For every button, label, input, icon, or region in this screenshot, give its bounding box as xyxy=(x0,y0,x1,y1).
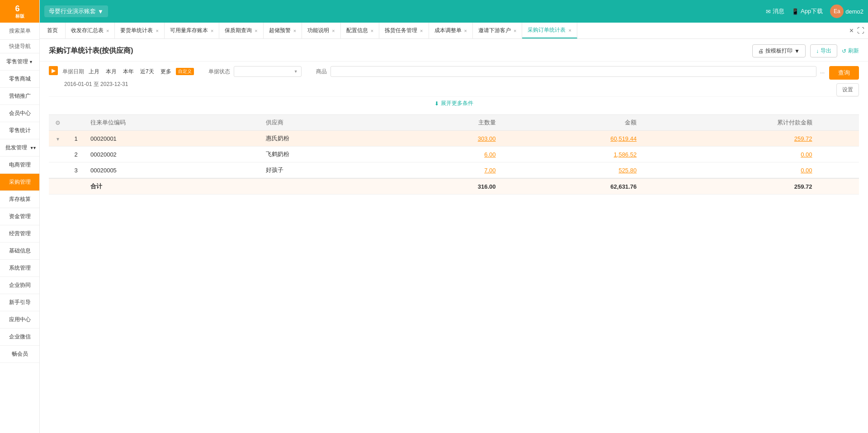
date-filter-label: 单据日期 xyxy=(62,68,84,76)
sidebar-item-basic[interactable]: 基础信息 xyxy=(0,243,39,260)
tab-overstock-warning[interactable]: 超储预警 × xyxy=(264,23,302,38)
row-extra-cell xyxy=(818,162,859,179)
tab-close-icon[interactable]: × xyxy=(255,28,257,33)
tab-shelf-query[interactable]: 保质期查询 × xyxy=(219,23,263,38)
tab-func-desc[interactable]: 功能说明 × xyxy=(302,23,340,38)
tab-home[interactable]: 首页 xyxy=(40,23,66,38)
tab-invite-downstream[interactable]: 邀请下游客户 × xyxy=(473,23,522,38)
sidebar-search-section[interactable]: 搜索菜单 xyxy=(0,23,39,40)
tab-purchase-order-stat[interactable]: 采购订单统计表 × xyxy=(522,23,577,38)
page-content: 采购订单统计表(按供应商) 🖨 按模板打印 ▼ ↓ 导出 ↺ 刷新 xyxy=(40,39,868,433)
supplier-code-col-header: 往来单位编码 xyxy=(85,115,260,131)
print-button[interactable]: 🖨 按模板打印 ▼ xyxy=(752,44,806,57)
date-shortcut-more[interactable]: 更多 xyxy=(159,67,173,76)
sidebar-item-system[interactable]: 系统管理 xyxy=(0,260,39,277)
sidebar-item-inventory[interactable]: 库存核算 xyxy=(0,191,39,208)
tab-close-icon[interactable]: × xyxy=(332,28,335,33)
sidebar-item-ecommerce[interactable]: 电商管理 xyxy=(0,157,39,174)
goods-input[interactable] xyxy=(330,66,816,77)
sidebar-item-enterprise[interactable]: 企业协同 xyxy=(0,277,39,294)
cumulative-paid-link[interactable]: 0.00 xyxy=(801,167,812,174)
search-menu-button[interactable]: 搜索菜单 xyxy=(2,25,38,37)
sidebar-item-member[interactable]: 会员中心 xyxy=(0,105,39,122)
sidebar-item-purchase[interactable]: 采购管理 xyxy=(0,174,39,191)
amount-link[interactable]: 525.80 xyxy=(618,167,637,174)
query-button[interactable]: 查询 xyxy=(829,66,859,80)
sidebar-item-new-guide[interactable]: 新手引导 xyxy=(0,294,39,311)
amount-link[interactable]: 1,586.52 xyxy=(614,151,637,158)
footer-cumulative-paid: 259.72 xyxy=(642,178,817,195)
maximize-tab-button[interactable]: ⛶ xyxy=(857,27,864,35)
message-icon: ✉ xyxy=(766,8,771,15)
close-tab-button[interactable]: × xyxy=(849,27,854,35)
date-shortcut-this-year[interactable]: 本年 xyxy=(121,67,136,76)
column-settings-icon[interactable]: ⚙ xyxy=(55,119,61,126)
sidebar-item-capital[interactable]: 资金管理 xyxy=(0,208,39,225)
main-qty-link[interactable]: 6.00 xyxy=(484,151,495,158)
sidebar-item-wholesale[interactable]: 批发管理 ▼ xyxy=(0,139,39,157)
cumulative-paid-link[interactable]: 259.72 xyxy=(794,135,812,142)
footer-extra xyxy=(818,178,859,195)
tab-label: 超储预警 xyxy=(269,27,291,34)
main-qty-link[interactable]: 7.00 xyxy=(484,167,495,174)
tab-close-icon[interactable]: × xyxy=(514,28,516,33)
main-qty-col-header: 主数量 xyxy=(392,115,501,131)
amount-link[interactable]: 60,519.44 xyxy=(610,135,637,142)
sidebar-item-retail-stat[interactable]: 零售统计 xyxy=(0,122,39,139)
expand-more-button[interactable]: ⬇ 展开更多条件 xyxy=(434,100,473,107)
more-filter-icon[interactable]: ... xyxy=(820,68,825,75)
tab-close-icon[interactable]: × xyxy=(464,28,467,33)
cumulative-paid-link[interactable]: 0.00 xyxy=(801,151,812,158)
row-settings-cell xyxy=(49,162,67,179)
main-content: 母婴行业演示账套 ▼ ✉ 消息 📱 App下载 Ea demo2 首页 收发存汇… xyxy=(40,0,868,433)
account-dropdown[interactable]: 母婴行业演示账套 ▼ xyxy=(44,5,108,17)
amount-cell: 60,519.44 xyxy=(501,131,642,147)
tab-close-icon[interactable]: × xyxy=(106,28,109,33)
message-button[interactable]: ✉ 消息 xyxy=(766,7,784,15)
main-qty-link[interactable]: 303.00 xyxy=(478,135,496,142)
date-shortcut-last-month[interactable]: 上月 xyxy=(87,67,101,76)
rownum-col-header xyxy=(67,115,85,131)
tab-available-stock[interactable]: 可用量库存账本 × xyxy=(165,23,219,38)
topbar-right: ✉ 消息 📱 App下载 Ea demo2 xyxy=(766,5,863,18)
export-button[interactable]: ↓ 导出 xyxy=(810,44,837,57)
expand-row-icon[interactable]: ▼ xyxy=(56,137,60,142)
app-download-button[interactable]: 📱 App下载 xyxy=(792,7,823,15)
supplier-code-cell: 00020002 xyxy=(85,147,260,162)
tab-pick-task[interactable]: 拣货任务管理 × xyxy=(379,23,429,38)
setting-button[interactable]: 设置 xyxy=(836,83,859,96)
sidebar-item-enterprise-wechat[interactable]: 企业微信 xyxy=(0,328,39,346)
tab-close-icon[interactable]: × xyxy=(420,28,423,33)
sidebar-item-retail-store[interactable]: 零售商城 xyxy=(0,71,39,88)
tab-requisition-stat[interactable]: 要货单统计表 × xyxy=(115,23,164,38)
footer-empty1 xyxy=(49,178,67,195)
user-menu[interactable]: Ea demo2 xyxy=(830,5,863,18)
date-shortcut-this-month[interactable]: 本月 xyxy=(104,67,118,76)
refresh-button[interactable]: ↺ 刷新 xyxy=(842,47,859,55)
supplier-name-cell: 惠氏奶粉 xyxy=(260,131,391,147)
tab-config-info[interactable]: 配置信息 × xyxy=(341,23,379,38)
sidebar-item-retail[interactable]: 零售管理 xyxy=(0,53,39,71)
tab-close-icon[interactable]: × xyxy=(211,28,213,33)
sidebar-item-operation[interactable]: 经营管理 xyxy=(0,225,39,243)
sidebar-item-marketing[interactable]: 营销推广 xyxy=(0,88,39,105)
quick-nav-item[interactable]: 快捷导航 xyxy=(0,40,39,53)
tab-receive-send[interactable]: 收发存汇总表 × xyxy=(66,23,115,38)
toggle-filter-button[interactable]: ▶ xyxy=(49,66,58,75)
tabbar: 首页 收发存汇总表 × 要货单统计表 × 可用量库存账本 × 保质期查询 × 超… xyxy=(40,23,868,39)
tab-cost-adjust[interactable]: 成本调整单 × xyxy=(429,23,473,38)
date-range-display: 2016-01-01 至 2023-12-31 xyxy=(62,81,825,88)
tab-close-icon[interactable]: × xyxy=(293,28,296,33)
tab-label: 拣货任务管理 xyxy=(385,27,417,34)
sidebar-item-member2[interactable]: 畅会员 xyxy=(0,346,39,363)
footer-row: 合计 316.00 62,631.76 259.72 xyxy=(49,178,859,195)
tab-close-icon[interactable]: × xyxy=(371,28,373,33)
date-shortcut-7days[interactable]: 近7天 xyxy=(138,67,156,76)
filter-area: ▶ 单据日期 上月 本月 本年 近7天 更多 自定义 单据 xyxy=(40,62,868,110)
status-select[interactable] xyxy=(234,66,302,77)
dropdown-arrow-icon: ▼ xyxy=(98,8,104,15)
tab-close-icon[interactable]: × xyxy=(156,28,158,33)
sidebar-item-app-center[interactable]: 应用中心 xyxy=(0,311,39,328)
tab-close-icon[interactable]: × xyxy=(568,28,571,33)
status-filter-label: 单据状态 xyxy=(208,68,230,76)
